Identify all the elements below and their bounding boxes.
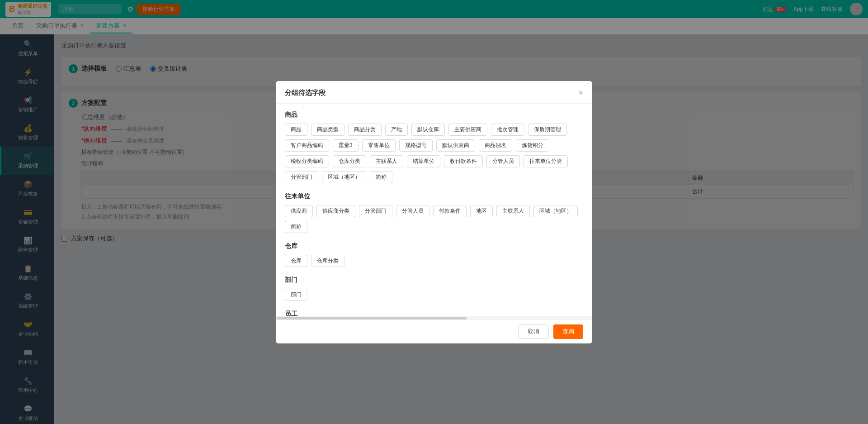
section-goods: 商品 商品 商品类型 商品分类 产地 默认仓库 主要供应商 批次管理 保质期管理…	[285, 111, 583, 183]
field-tag-partner-region[interactable]: 区域（地区）	[533, 205, 578, 217]
dept-field-tags: 部门	[285, 289, 583, 301]
field-tag-warehouse-category[interactable]: 仓库分类	[333, 155, 366, 167]
modal-close-btn[interactable]: ×	[578, 88, 583, 98]
field-tag-batch-mgmt[interactable]: 批次管理	[491, 124, 524, 136]
field-tag-partner-supervisor[interactable]: 分管人员	[396, 205, 429, 217]
field-tag-default-warehouse[interactable]: 默认仓库	[411, 124, 445, 136]
field-tag-spec-model[interactable]: 规格型号	[399, 139, 433, 152]
goods-field-tags: 商品 商品类型 商品分类 产地 默认仓库 主要供应商 批次管理 保质期管理 客户…	[285, 124, 583, 183]
field-tag-expiry-mgmt[interactable]: 保质期管理	[528, 124, 567, 136]
field-tag-partner-category[interactable]: 往来单位分类	[524, 155, 568, 167]
section-dept: 部门 部门	[285, 276, 583, 301]
field-tag-goods-category[interactable]: 商品分类	[348, 124, 382, 136]
field-tag-supervisor[interactable]: 分管人员	[486, 155, 520, 167]
modal-confirm-btn[interactable]: 查询	[553, 324, 583, 339]
section-partner: 往来单位 供应商 供应商分类 分管部门 分管人员 付款条件 地区 主联系人 区域…	[285, 192, 583, 233]
field-tag-goods-alias[interactable]: 商品别名	[479, 139, 512, 152]
field-tag-partner-contact[interactable]: 主联系人	[496, 205, 530, 217]
field-tag-customer-code[interactable]: 客户商品编码	[285, 139, 329, 152]
modal-body: 商品 商品 商品类型 商品分类 产地 默认仓库 主要供应商 批次管理 保质期管理…	[276, 104, 592, 316]
field-tag-redeem-points[interactable]: 炼货积分	[516, 139, 549, 152]
field-tag-goods[interactable]: 商品	[285, 124, 307, 136]
field-tag-main-contact[interactable]: 主联系人	[370, 155, 403, 167]
modal-hscroll-thumb	[277, 317, 467, 319]
field-tag-region[interactable]: 区域（地区）	[322, 171, 366, 183]
field-tag-warehouse-cat[interactable]: 仓库分类	[311, 255, 344, 267]
field-tag-goods-type[interactable]: 商品类型	[311, 124, 344, 136]
field-tag-main-supplier[interactable]: 主要供应商	[448, 124, 487, 136]
field-tag-tax-code[interactable]: 税收分类编码	[285, 155, 329, 167]
field-selection-modal: 分组待选字段 × 商品 商品 商品类型 商品分类 产地 默认仓库 主要供应商 批…	[276, 81, 592, 343]
modal-horizontal-scrollbar[interactable]	[276, 316, 592, 319]
section-warehouse: 仓库 仓库 仓库分类	[285, 242, 583, 267]
field-tag-area[interactable]: 地区	[470, 205, 493, 217]
field-tag-supplier[interactable]: 供应商	[285, 205, 313, 217]
field-tag-partner-abbr[interactable]: 简称	[285, 221, 307, 233]
section-employee: 员工 业务员	[285, 310, 583, 316]
field-tag-partner-dept[interactable]: 分管部门	[359, 205, 392, 217]
warehouse-field-tags: 仓库 仓库分类	[285, 255, 583, 267]
field-tag-default-supplier[interactable]: 默认供应商	[436, 139, 475, 152]
field-tag-warehouse[interactable]: 仓库	[285, 255, 307, 267]
section-warehouse-title: 仓库	[285, 242, 583, 250]
field-tag-weight3[interactable]: 重量3	[333, 139, 359, 152]
section-partner-title: 往来单位	[285, 192, 583, 200]
modal-title: 分组待选字段	[285, 89, 326, 97]
modal-footer: 取消 查询	[276, 319, 592, 343]
field-tag-department[interactable]: 部门	[285, 289, 307, 301]
field-tag-settlement-unit[interactable]: 结算单位	[407, 155, 440, 167]
modal-header: 分组待选字段 ×	[276, 81, 592, 104]
field-tag-dept[interactable]: 分管部门	[285, 171, 318, 183]
modal-cancel-btn[interactable]: 取消	[518, 324, 549, 339]
partner-field-tags: 供应商 供应商分类 分管部门 分管人员 付款条件 地区 主联系人 区域（地区） …	[285, 205, 583, 233]
field-tag-abbr[interactable]: 简称	[370, 171, 392, 183]
section-goods-title: 商品	[285, 111, 583, 119]
field-tag-pay-terms[interactable]: 付款条件	[433, 205, 467, 217]
field-tag-payment-terms[interactable]: 收付款条件	[444, 155, 483, 167]
section-employee-title: 员工	[285, 310, 583, 316]
section-dept-title: 部门	[285, 276, 583, 284]
modal-overlay: 分组待选字段 × 商品 商品 商品类型 商品分类 产地 默认仓库 主要供应商 批…	[0, 0, 868, 424]
field-tag-retail-unit[interactable]: 零售单位	[362, 139, 396, 152]
field-tag-supplier-category[interactable]: 供应商分类	[316, 205, 355, 217]
field-tag-origin[interactable]: 产地	[385, 124, 408, 136]
